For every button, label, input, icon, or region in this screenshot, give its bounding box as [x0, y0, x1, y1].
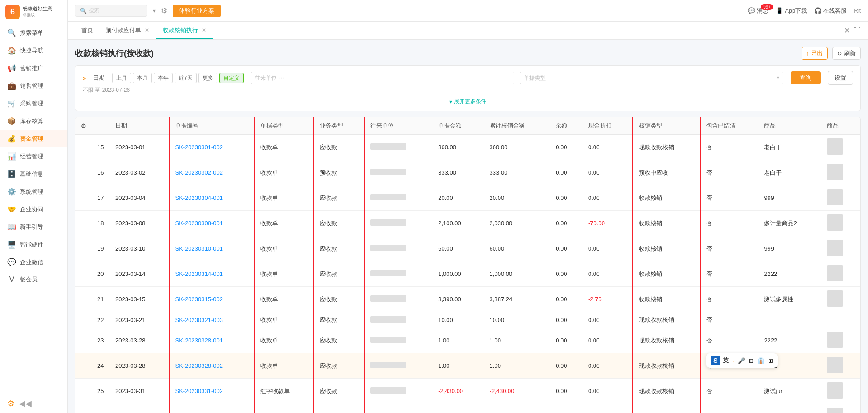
sidebar-item-finance[interactable]: 💰资金管理 [0, 130, 67, 147]
row-product: 2222 [759, 328, 821, 353]
sidebar-item-system[interactable]: ⚙️系统管理 [0, 183, 67, 200]
expand-more-filters[interactable]: ▾ 展开更多条件 [83, 98, 853, 105]
row-bill-no[interactable]: SK-20230321-003 [169, 312, 255, 328]
row-bill-no[interactable]: SK-20230403-002 [169, 404, 255, 413]
sidebar-item-wechat[interactable]: 💬企业微信 [0, 253, 67, 271]
filter-toggle-btn[interactable]: » [83, 75, 86, 81]
row-biz-type: 应收款 [314, 287, 364, 312]
row-gear[interactable] [75, 404, 92, 413]
row-bill-no[interactable]: SK-20230328-001 [169, 328, 255, 353]
col-bill-type[interactable]: 单据类型 [255, 117, 314, 135]
col-include-settled[interactable]: 包含已结清 [700, 117, 759, 135]
row-bill-no[interactable]: SK-20230310-001 [169, 236, 255, 261]
col-biz-type[interactable]: 业务类型 [314, 117, 364, 135]
col-date[interactable]: 日期 [110, 117, 169, 135]
dropdown-trigger[interactable]: ▾ [153, 8, 156, 14]
col-bill-no[interactable]: 单据编号 [169, 117, 255, 135]
row-gear[interactable] [75, 353, 92, 379]
row-bill-no[interactable]: SK-20230315-002 [169, 287, 255, 312]
export-btn[interactable]: ↑ 导出 [802, 47, 828, 60]
sidebar-item-member[interactable]: V畅会员 [0, 271, 67, 288]
industry-solution-btn[interactable]: 体验行业方案 [173, 5, 221, 17]
settings-icon[interactable]: ⚙ [7, 399, 14, 408]
col-amount[interactable]: 单据金额 [433, 117, 484, 135]
app-download-btn[interactable]: 📱 App下载 [776, 7, 807, 15]
tab-collection[interactable]: 收款核销执行 ✕ [156, 22, 213, 39]
row-date: 2023-03-02 [110, 160, 169, 185]
row-bill-no[interactable]: SK-20230308-001 [169, 211, 255, 236]
date-last-month-btn[interactable]: 上月 [112, 73, 131, 83]
bill-no-link[interactable]: SK-20230331-002 [175, 388, 223, 394]
sidebar-item-search[interactable]: 🔍搜索菜单 [0, 24, 67, 42]
sidebar-item-operations[interactable]: 📊经营管理 [0, 147, 67, 165]
row-bill-no[interactable]: SK-20230301-002 [169, 135, 255, 160]
tab-home[interactable]: 首页 [75, 22, 99, 39]
row-gear[interactable] [75, 328, 92, 353]
data-table: ⚙ 日期 单据编号 单据类型 业务类型 往来单位 单据金额 累计核销金额 余额 … [75, 117, 860, 413]
bill-no-link[interactable]: SK-20230301-002 [175, 144, 223, 151]
bill-no-link[interactable]: SK-20230304-001 [175, 195, 223, 201]
col-cash-discount[interactable]: 现金折扣 [583, 117, 633, 135]
query-btn[interactable]: 查询 [791, 71, 821, 84]
online-service-btn[interactable]: 🎧 在线客服 [814, 7, 847, 15]
sidebar-item-guide[interactable]: 📖新手引导 [0, 218, 67, 236]
user-label[interactable]: Rit [854, 8, 861, 14]
row-bill-no[interactable]: SK-20230302-002 [169, 160, 255, 185]
bill-no-link[interactable]: SK-20230328-001 [175, 337, 223, 344]
bill-no-link[interactable]: SK-20230315-002 [175, 296, 223, 303]
row-bill-no[interactable]: SK-20230314-001 [169, 261, 255, 287]
col-unit[interactable]: 往来单位 [364, 117, 433, 135]
row-gear[interactable] [75, 135, 92, 160]
bill-no-link[interactable]: SK-20230328-002 [175, 362, 223, 369]
date-custom-btn[interactable]: 自定义 [219, 73, 244, 83]
row-gear[interactable] [75, 185, 92, 211]
collapse-icon[interactable]: ◀◀ [19, 399, 32, 408]
row-gear[interactable] [75, 312, 92, 328]
filter-settings-btn[interactable]: 设置 [828, 71, 853, 85]
search-box[interactable]: 🔍 搜索 [75, 5, 147, 17]
sidebar-item-inventory[interactable]: 📦库存核算 [0, 112, 67, 130]
refresh-btn[interactable]: ↺ 刷新 [832, 47, 861, 60]
close-prepay-tab[interactable]: ✕ [144, 26, 150, 34]
col-product[interactable]: 商品 [759, 117, 821, 135]
settings-gear[interactable]: ⚙ [161, 6, 167, 15]
bill-no-link[interactable]: SK-20230302-002 [175, 169, 223, 176]
type-filter[interactable]: 单据类型 ▾ [520, 72, 783, 84]
sidebar-item-marketing[interactable]: 📢营销推广 [0, 59, 67, 77]
row-gear[interactable] [75, 211, 92, 236]
row-gear[interactable] [75, 261, 92, 287]
sidebar-item-collab[interactable]: 🤝企业协同 [0, 200, 67, 218]
date-7days-btn[interactable]: 近7天 [175, 73, 197, 83]
unit-filter[interactable]: 往来单位 ··· [251, 72, 514, 84]
bill-no-link[interactable]: SK-20230314-001 [175, 271, 223, 277]
col-cumulative[interactable]: 累计核销金额 [484, 117, 551, 135]
bill-no-link[interactable]: SK-20230321-003 [175, 317, 223, 323]
tab-prepay[interactable]: 预付款应付单 ✕ [99, 22, 156, 39]
sidebar-item-label: 企业微信 [20, 258, 43, 266]
date-more-btn[interactable]: 更多 [198, 73, 217, 83]
sidebar-item-nav[interactable]: 🏠快捷导航 [0, 42, 67, 59]
close-all-tabs-btn[interactable]: ✕ [844, 26, 850, 35]
row-bill-no[interactable]: SK-20230328-002 [169, 353, 255, 379]
messages-btn[interactable]: 💬 消息 99+ [748, 7, 769, 15]
bill-no-link[interactable]: SK-20230310-001 [175, 245, 223, 252]
row-bill-no[interactable]: SK-20230304-001 [169, 185, 255, 211]
close-collection-tab[interactable]: ✕ [201, 26, 207, 34]
col-cancel-type[interactable]: 核销类型 [633, 117, 700, 135]
col-balance[interactable]: 余额 [550, 117, 583, 135]
col-gear[interactable]: ⚙ [75, 117, 92, 135]
date-this-month-btn[interactable]: 本月 [133, 73, 152, 83]
bill-no-link[interactable]: SK-20230308-001 [175, 220, 223, 227]
row-gear[interactable] [75, 379, 92, 404]
sidebar-item-sales[interactable]: 💼销售管理 [0, 77, 67, 95]
row-gear[interactable] [75, 236, 92, 261]
date-this-year-btn[interactable]: 本年 [154, 73, 173, 83]
expand-tab-btn[interactable]: ⛶ [854, 27, 861, 35]
sidebar-item-base[interactable]: 🗄️基础信息 [0, 165, 67, 183]
row-biz-type: 应收款 [314, 135, 364, 160]
row-gear[interactable] [75, 160, 92, 185]
sidebar-item-hardware[interactable]: 🖥️智能硬件 [0, 236, 67, 253]
row-bill-no[interactable]: SK-20230331-002 [169, 379, 255, 404]
row-gear[interactable] [75, 287, 92, 312]
sidebar-item-purchase[interactable]: 🛒采购管理 [0, 95, 67, 112]
